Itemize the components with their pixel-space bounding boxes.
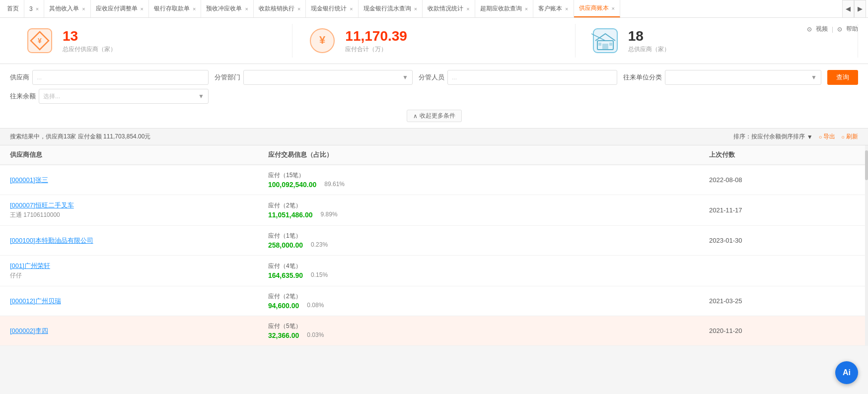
supplier-dots: ... xyxy=(37,74,42,81)
nav-tab-home-label: 首页 xyxy=(7,4,19,13)
export-button[interactable]: ○ 导出 xyxy=(819,132,836,141)
nav-tab-bank-label: 银行存取款单 xyxy=(154,4,190,13)
sort-controls: 排序：按应付余额倒序排序 ▼ ○ 导出 ○ 刷新 xyxy=(733,132,858,141)
filter-area: 供应商 ... 分管部门 ▼ 分管人员 ... 往来单位分类 ▼ xyxy=(0,64,868,129)
tx-info-1: 应付（2笔） 11,051,486.00 9.89% xyxy=(268,201,709,219)
nav-tab-overdue-label: 超期应收款查询 xyxy=(480,4,522,13)
nav-tab-3-label: 3 xyxy=(29,5,33,12)
nav-tab-bank[interactable]: 银行存取款单 × xyxy=(149,0,201,17)
stat-text-total: 11,170.39 应付合计（万） xyxy=(345,28,407,54)
right-scrollbar[interactable] xyxy=(865,145,868,346)
nav-tab-prepay-label: 预收冲应收单 xyxy=(206,4,242,13)
stat-card-payable-total: ¥ 11,170.39 应付合计（万） xyxy=(292,24,575,58)
tx-label-3: 应付（4笔） xyxy=(268,262,709,270)
dept-filter-label: 分管部门 xyxy=(215,73,240,82)
video-link[interactable]: 视频 xyxy=(816,25,828,33)
tx-amount-0: 100,092,540.00 xyxy=(268,181,316,189)
person-filter-label: 分管人员 xyxy=(419,73,444,82)
supplier-name-2[interactable]: [000100]本特勤油品有限公司 xyxy=(10,236,268,245)
col-header-tx: 应付交易信息（占比） xyxy=(268,150,709,159)
tx-percent-1: 9.89% xyxy=(321,211,338,218)
nav-tab-customer-ledger-close[interactable]: × xyxy=(565,6,568,12)
category-chevron-icon: ▼ xyxy=(811,74,817,81)
scrollbar-thumb[interactable] xyxy=(865,150,868,180)
collapse-label: 收起更多条件 xyxy=(420,112,455,120)
last-pay-2: 2023-01-30 xyxy=(709,237,858,244)
collapse-button[interactable]: ∧ 收起更多条件 xyxy=(407,110,462,122)
refresh-circle-icon: ○ xyxy=(841,134,845,140)
stats-bar: ¥ 13 总应付供应商（家） ¥ 11,170.39 应付合计（万） xyxy=(0,18,868,64)
nav-arrow-left[interactable]: ◀ xyxy=(842,0,854,18)
tx-percent-0: 89.61% xyxy=(324,181,345,188)
tx-label-2: 应付（1笔） xyxy=(268,232,709,240)
last-pay-4: 2021-03-25 xyxy=(709,297,858,305)
nav-tab-collection[interactable]: 收款情况统计 × xyxy=(423,0,475,17)
sort-button[interactable]: 排序：按应付余额倒序排序 ▼ xyxy=(733,132,813,141)
tx-percent-3: 0.15% xyxy=(311,271,328,278)
svg-rect-7 xyxy=(602,44,608,50)
table-row: [000012]广州贝瑞 应付（2笔） 94,600.00 0.08% 2021… xyxy=(0,286,868,316)
nav-tab-customer-ledger-label: 客户账本 xyxy=(538,4,562,13)
filter-dept: 分管部门 ▼ xyxy=(215,70,413,85)
person-filter-input[interactable]: ... xyxy=(447,70,617,85)
nav-tab-bank-close[interactable]: × xyxy=(193,6,196,12)
nav-tab-overdue[interactable]: 超期应收款查询 × xyxy=(475,0,533,17)
supplier-name-4[interactable]: [000012]广州贝瑞 xyxy=(10,297,268,306)
svg-rect-8 xyxy=(598,43,601,46)
nav-tab-ar-ap-label: 应收应付调整单 xyxy=(96,4,138,13)
help-link[interactable]: 帮助 xyxy=(846,25,858,33)
filter-supplier: 供应商 ... xyxy=(10,70,209,85)
dept-chevron-icon: ▼ xyxy=(402,74,408,81)
supplier-name-5[interactable]: [000002]李四 xyxy=(10,327,268,335)
col-header-supplier: 供应商信息 xyxy=(10,150,268,159)
nav-tab-home[interactable]: 首页 xyxy=(2,0,24,17)
nav-tab-supplier-ledger[interactable]: 供应商账本 × xyxy=(574,0,620,17)
filter-category: 往来单位分类 ▼ xyxy=(623,70,822,85)
nav-tab-other-income-close[interactable]: × xyxy=(82,6,85,12)
table-header: 供应商信息 应付交易信息（占比） 上次付数 xyxy=(0,145,868,165)
nav-tab-cash-stat-close[interactable]: × xyxy=(350,6,353,12)
payable-suppliers-number: 13 xyxy=(63,28,116,45)
refresh-button[interactable]: ○ 刷新 xyxy=(841,132,858,141)
nav-tab-prepay[interactable]: 预收冲应收单 × xyxy=(201,0,253,17)
nav-arrow-right[interactable]: ▶ xyxy=(854,0,866,18)
tx-row-2: 258,000.00 0.23% xyxy=(268,240,709,249)
nav-tab-cash-flow[interactable]: 现金银行流水查询 × xyxy=(359,0,423,17)
nav-tab-payment-verify[interactable]: 收款核销执行 × xyxy=(254,0,306,17)
nav-tab-ar-ap[interactable]: 应收应付调整单 × xyxy=(91,0,149,17)
stat-card-payable-suppliers: ¥ 13 总应付供应商（家） xyxy=(10,24,292,58)
nav-tab-payment-verify-close[interactable]: × xyxy=(297,6,300,12)
balance-filter-select[interactable]: 选择... ▼ xyxy=(39,89,209,104)
category-filter-input[interactable]: ▼ xyxy=(665,70,822,85)
tx-label-1: 应付（2笔） xyxy=(268,201,709,210)
tx-label-4: 应付（2笔） xyxy=(268,292,709,301)
tx-info-2: 应付（1笔） 258,000.00 0.23% xyxy=(268,232,709,249)
nav-tab-3[interactable]: 3 × xyxy=(24,0,44,17)
nav-tab-other-income[interactable]: 其他收入单 × xyxy=(44,0,90,17)
nav-tab-overdue-close[interactable]: × xyxy=(525,6,528,12)
table-row: [000002]李四 应付（5笔） 32,366.00 0.03% 2020-1… xyxy=(0,316,868,346)
nav-tab-supplier-ledger-close[interactable]: × xyxy=(612,5,615,11)
supplier-name-3[interactable]: [001]广州荣轩 xyxy=(10,262,268,270)
supplier-name-1[interactable]: [000007]恒旺二手叉车 xyxy=(10,201,268,210)
nav-tab-3-close[interactable]: × xyxy=(36,6,39,12)
nav-tab-collection-close[interactable]: × xyxy=(466,6,469,12)
nav-tab-prepay-close[interactable]: × xyxy=(245,6,248,12)
nav-tab-cash-flow-close[interactable]: × xyxy=(414,6,417,12)
nav-tab-ar-ap-close[interactable]: × xyxy=(141,6,144,12)
nav-tab-cash-stat[interactable]: 现金银行统计 × xyxy=(306,0,358,17)
supplier-filter-input[interactable]: ... xyxy=(32,70,209,85)
supplier-info-5: [000002]李四 xyxy=(10,327,268,335)
stat-text-total-suppliers: 18 总供应商（家） xyxy=(628,28,670,54)
results-summary: 搜索结果中，供应商13家 应付金额 111,703,854.00元 xyxy=(10,132,150,141)
last-pay-1: 2021-11-17 xyxy=(709,206,858,214)
nav-tab-customer-ledger[interactable]: 客户账本 × xyxy=(533,0,574,17)
dept-filter-input[interactable]: ▼ xyxy=(243,70,413,85)
balance-placeholder: 选择... xyxy=(43,92,60,101)
filter-person: 分管人员 ... xyxy=(419,70,617,85)
supplier-sub-1: 王通 17106110000 xyxy=(10,211,268,219)
tx-amount-4: 94,600.00 xyxy=(268,302,299,310)
payable-total-number: 11,170.39 xyxy=(345,28,407,45)
search-button[interactable]: 查询 xyxy=(827,70,858,85)
supplier-name-0[interactable]: [000001]张三 xyxy=(10,176,268,185)
